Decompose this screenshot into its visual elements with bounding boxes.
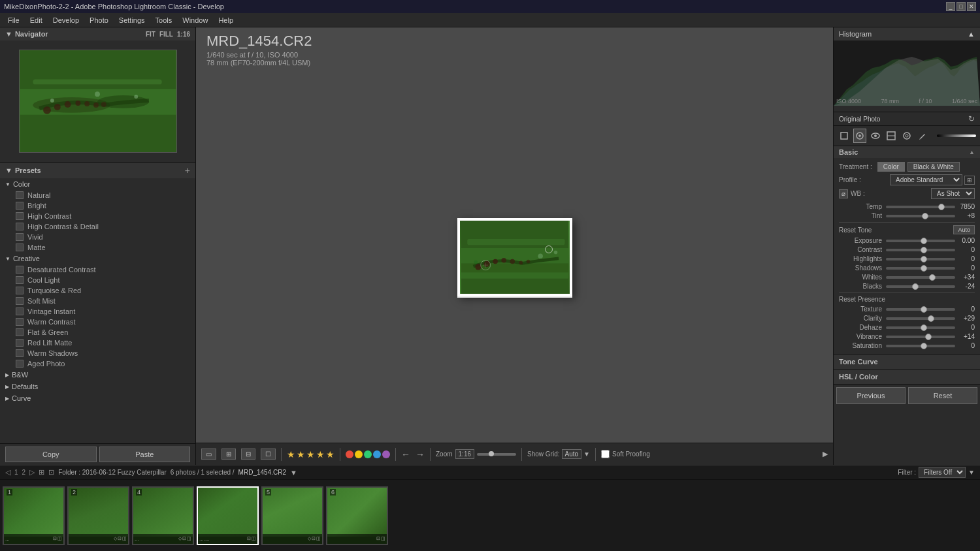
label-blue[interactable] <box>373 450 381 458</box>
wb-eyedropper[interactable]: ⌀ <box>839 189 848 198</box>
menu-photo[interactable]: Photo <box>84 15 114 25</box>
preset-group-defaults-header[interactable]: ▶ Defaults <box>0 381 195 392</box>
color-treatment-button[interactable]: Color <box>877 162 905 172</box>
tone-slider[interactable] <box>937 134 976 137</box>
saturation-slider[interactable] <box>886 345 955 347</box>
arrow-right-icon[interactable]: → <box>416 449 425 460</box>
histogram-header[interactable]: Histogram ▲ <box>834 27 980 40</box>
tone-curve-header[interactable]: Tone Curve <box>834 354 980 369</box>
preset-item-matte[interactable]: Matte <box>0 242 195 253</box>
minimize-button[interactable]: _ <box>946 2 955 11</box>
preset-group-color-header[interactable]: ▼ Color <box>0 178 195 190</box>
preset-item-flat-green[interactable]: Flat & Green <box>0 327 195 338</box>
nav-zoom-1x[interactable]: 1:16 <box>177 31 190 38</box>
filename-dropdown[interactable]: ▼ <box>290 469 297 477</box>
brush-tool[interactable] <box>916 129 929 143</box>
radial-tool[interactable] <box>900 129 913 143</box>
whites-slider[interactable] <box>886 276 955 279</box>
star-3[interactable]: ★ <box>306 449 315 460</box>
preset-item-bright[interactable]: Bright <box>0 200 195 211</box>
film-thumb-2[interactable]: 2 ◇ ⊡ ◫ <box>67 486 129 545</box>
film-thumb-6[interactable]: 6 ⊡ ◫ <box>326 486 388 545</box>
current-filename[interactable]: MRD_1454.CR2 <box>238 469 286 476</box>
menu-file[interactable]: File <box>3 15 25 25</box>
preset-item-high-contrast-detail[interactable]: High Contrast & Detail <box>0 221 195 232</box>
previous-button[interactable]: Previous <box>836 387 906 404</box>
hsl-header[interactable]: HSL / Color <box>834 370 980 384</box>
preset-item-vivid[interactable]: Vivid <box>0 232 195 242</box>
arrow-left-icon[interactable]: ← <box>401 449 410 460</box>
bw-treatment-button[interactable]: Black & White <box>907 162 960 172</box>
star-1[interactable]: ★ <box>287 449 295 460</box>
nav-zoom-fill[interactable]: FILL <box>159 31 173 38</box>
star-5[interactable]: ★ <box>326 449 335 460</box>
maximize-button[interactable]: □ <box>956 2 966 11</box>
titlebar-controls[interactable]: _ □ ✕ <box>946 2 976 11</box>
texture-slider[interactable] <box>886 308 955 311</box>
nav-next-strip[interactable]: ▷ <box>29 468 35 477</box>
zoom-slider[interactable] <box>477 453 516 456</box>
add-preset-button[interactable]: + <box>185 165 190 176</box>
reset-tone-row[interactable]: Reset Tone Auto <box>839 225 975 234</box>
preset-item-red-lift[interactable]: Red Lift Matte <box>0 338 195 348</box>
auto-button[interactable]: Auto <box>953 225 975 234</box>
loupe-view-icon[interactable]: ⊡ <box>48 468 54 477</box>
menu-help[interactable]: Help <box>213 15 238 25</box>
preset-item-turquoise-red[interactable]: Turquoise & Red <box>0 285 195 296</box>
preset-item-cool-light[interactable]: Cool Light <box>0 275 195 285</box>
preset-item-aged-photo[interactable]: Aged Photo <box>0 358 195 369</box>
preset-item-natural[interactable]: Natural <box>0 190 195 200</box>
wb-select[interactable]: As Shot Auto Daylight Cloudy Custom <box>931 188 975 199</box>
label-purple[interactable] <box>382 450 390 458</box>
preset-group-curve-header[interactable]: ▶ Curve <box>0 392 195 404</box>
profile-select[interactable]: Adobe Standard Adobe Landscape Adobe Por… <box>890 174 962 185</box>
filter-select[interactable]: Filters Off Flagged Rated <box>919 467 966 478</box>
reset-button[interactable]: Reset <box>908 387 977 404</box>
preset-item-soft-mist[interactable]: Soft Mist <box>0 296 195 306</box>
view-single-button[interactable]: ▭ <box>201 449 216 460</box>
menu-settings[interactable]: Settings <box>114 15 150 25</box>
nav-prev-strip[interactable]: ◁ <box>5 468 10 477</box>
preset-item-warm-contrast[interactable]: Warm Contrast <box>0 317 195 327</box>
preset-item-desaturated[interactable]: Desaturated Contrast <box>0 264 195 275</box>
contrast-slider[interactable] <box>886 249 955 251</box>
crop-tool[interactable] <box>838 129 851 143</box>
copy-button[interactable]: Copy <box>5 447 97 462</box>
view-grid-button[interactable]: ⊞ <box>221 449 236 460</box>
label-green[interactable] <box>364 450 372 458</box>
menu-tools[interactable]: Tools <box>150 15 178 25</box>
reset-presence-row[interactable]: Reset Presence <box>839 296 975 303</box>
heal-tool[interactable] <box>853 129 866 143</box>
star-2[interactable]: ★ <box>297 449 305 460</box>
star-4[interactable]: ★ <box>316 449 325 460</box>
film-thumb-1[interactable]: 1 ... ⊡ ◫ <box>3 486 65 545</box>
view-survey-button[interactable]: ☐ <box>261 449 276 460</box>
grid-dropdown-icon[interactable]: ▼ <box>583 450 590 458</box>
menu-develop[interactable]: Develop <box>48 15 84 25</box>
nav-zoom-fit[interactable]: FIT <box>146 31 155 38</box>
shadows-slider[interactable] <box>886 267 955 270</box>
grid-view-icon[interactable]: ⊞ <box>39 468 44 477</box>
film-thumb-4[interactable]: ....... ⊡ ◫ <box>197 486 259 545</box>
preset-item-high-contrast[interactable]: High Contrast <box>0 211 195 221</box>
redeye-tool[interactable] <box>869 129 882 143</box>
view-compare-button[interactable]: ⊟ <box>241 449 255 460</box>
blacks-slider[interactable] <box>886 285 955 288</box>
close-button[interactable]: ✕ <box>967 2 976 11</box>
zoom-value[interactable]: 1:16 <box>455 449 474 459</box>
preset-group-creative-header[interactable]: ▼ Creative <box>0 253 195 264</box>
menu-window[interactable]: Window <box>177 15 213 25</box>
vibrance-slider[interactable] <box>886 336 955 338</box>
clarity-slider[interactable] <box>886 317 955 320</box>
star-rating[interactable]: ★ ★ ★ ★ ★ <box>287 449 335 460</box>
menu-edit[interactable]: Edit <box>25 15 48 25</box>
label-red[interactable] <box>346 450 353 458</box>
panel-toggle-right[interactable]: ▶ <box>823 450 828 458</box>
preset-item-vintage-instant[interactable]: Vintage Instant <box>0 306 195 317</box>
gradient-tool[interactable] <box>885 129 898 143</box>
navigator-header[interactable]: ▼ Navigator FIT FILL 1:16 <box>0 27 195 40</box>
filter-expand[interactable]: ▼ <box>968 469 975 476</box>
highlights-slider[interactable] <box>886 258 955 260</box>
film-thumb-5[interactable]: 5 ◇ ⊡ ◫ <box>261 486 323 545</box>
preset-item-warm-shadows[interactable]: Warm Shadows <box>0 348 195 358</box>
